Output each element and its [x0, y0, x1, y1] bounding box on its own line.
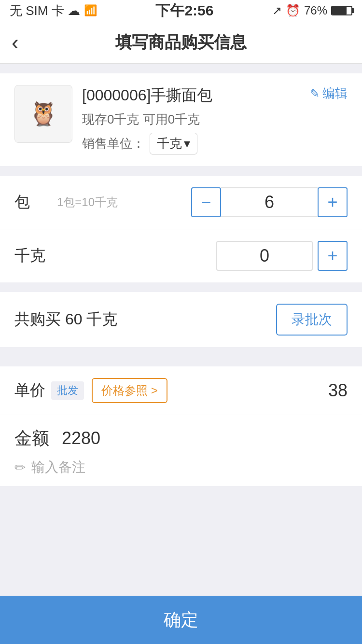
product-image: 🦉: [14, 85, 72, 143]
divider-1: [0, 166, 362, 176]
pack-row: 包 1包=10千克 − +: [0, 176, 362, 229]
status-right: ↗ ⏰ 76%: [272, 4, 352, 17]
status-left: 无 SIM 卡 ☁ 📶: [10, 2, 97, 19]
edit-icon: ✎: [310, 87, 320, 100]
pack-quantity-input[interactable]: [221, 187, 318, 217]
unit-select[interactable]: 千克 ▾: [150, 133, 197, 154]
amount-row: 金额 2280: [14, 427, 348, 450]
price-batch-tag: 批发: [51, 381, 84, 400]
price-label: 单价: [14, 380, 45, 401]
pencil-icon: ✏: [14, 460, 26, 476]
pack-plus-button[interactable]: +: [318, 187, 348, 217]
note-row[interactable]: ✏ 输入备注: [14, 458, 348, 481]
back-button[interactable]: ‹: [12, 32, 19, 53]
product-stock: 现存0千克 可用0千克: [82, 111, 348, 128]
summary-text: 共购买 60 千克: [14, 309, 117, 330]
sim-label: 无 SIM 卡 ☁: [10, 2, 80, 19]
pack-minus-button[interactable]: −: [191, 187, 221, 217]
summary-section: 共购买 60 千克 录批次: [0, 292, 362, 347]
product-card: 🦉 [0000006]手撕面包 现存0千克 可用0千克 销售单位： 千克 ▾ ✎…: [0, 73, 362, 166]
location-icon: ↗: [272, 4, 282, 17]
pack-quantity-control: − +: [191, 187, 348, 217]
edit-button[interactable]: ✎ 编辑: [310, 85, 348, 102]
price-section: 单价 批发 价格参照 > 38: [0, 366, 362, 415]
unit-label: 销售单位：: [82, 135, 145, 152]
product-logo-icon: 🦉: [29, 100, 58, 127]
alarm-icon: ⏰: [286, 4, 300, 17]
product-name: [0000006]手撕面包: [82, 85, 348, 106]
edit-label: 编辑: [322, 85, 348, 102]
product-unit: 销售单位： 千克 ▾: [82, 133, 348, 154]
amount-label: 金额: [14, 428, 49, 448]
nav-bar: ‹ 填写商品购买信息: [0, 21, 362, 64]
confirm-button[interactable]: 确定: [0, 596, 362, 644]
note-placeholder: 输入备注: [31, 458, 85, 476]
status-bar: 无 SIM 卡 ☁ 📶 下午2:56 ↗ ⏰ 76%: [0, 0, 362, 21]
page-title: 填写商品购买信息: [115, 31, 247, 54]
divider-2: [0, 347, 362, 357]
batch-button[interactable]: 录批次: [276, 304, 348, 336]
price-value: 38: [328, 380, 348, 401]
battery-icon: [331, 6, 352, 15]
pack-hint: 1包=10千克: [57, 195, 191, 210]
kg-row: 千克 +: [0, 229, 362, 282]
product-info: [0000006]手撕面包 现存0千克 可用0千克 销售单位： 千克 ▾: [82, 85, 348, 154]
wifi-icon: 📶: [84, 4, 97, 17]
kg-label: 千克: [14, 245, 53, 266]
kg-plus-button[interactable]: +: [318, 241, 348, 271]
amount-section: 金额 2280 ✏ 输入备注: [0, 415, 362, 486]
kg-quantity-input[interactable]: [216, 241, 313, 271]
input-section: 包 1包=10千克 − + 千克 +: [0, 176, 362, 282]
kg-quantity-control: +: [216, 241, 348, 271]
price-ref-button[interactable]: 价格参照 >: [92, 378, 167, 403]
amount-value: 2280: [62, 428, 100, 448]
pack-label: 包: [14, 192, 53, 213]
unit-value: 千克: [157, 135, 182, 152]
dropdown-icon: ▾: [184, 136, 190, 151]
battery-label: 76%: [304, 4, 327, 17]
status-time: 下午2:56: [155, 1, 213, 21]
